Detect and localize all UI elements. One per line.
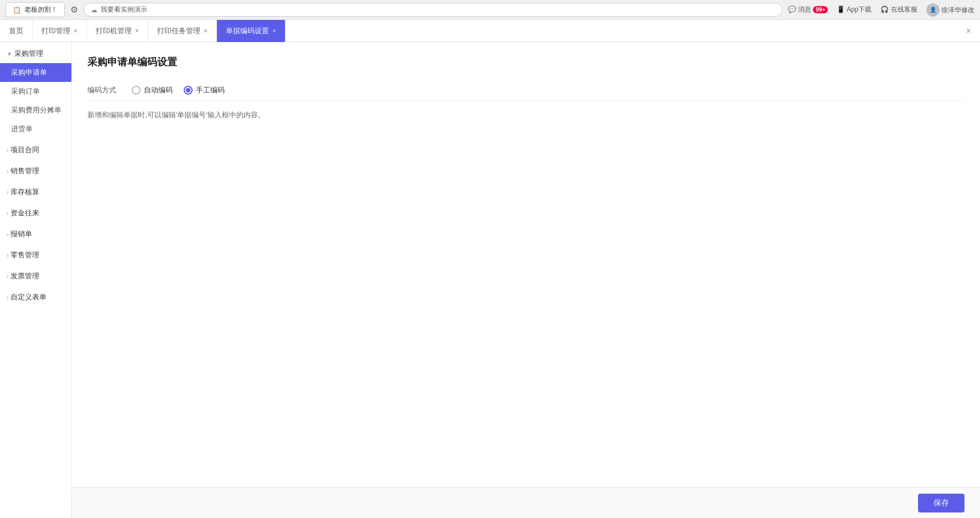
app-download-label: App下载 — [847, 6, 872, 13]
collapse-arrow-retail: › — [7, 252, 8, 258]
encoding-row: 编码方式 自动编码 手工编码 — [87, 80, 965, 101]
tab-print-task-label: 打印任务管理 — [157, 26, 200, 36]
user-menu[interactable]: 👤 徐泽华修改 — [926, 3, 974, 17]
tab-print-mgmt[interactable]: 打印管理 × — [33, 20, 87, 42]
online-support-button[interactable]: 🎧 在线客服 — [880, 5, 917, 14]
sidebar-group-invoice-label: 发票管理 — [11, 271, 39, 281]
content-footer: 保存 — [72, 487, 980, 518]
page-title: 采购申请单编码设置 — [87, 55, 965, 69]
content-body: 采购申请单编码设置 编码方式 自动编码 手工编码 新增和编辑单据时,可以编辑'单… — [72, 42, 980, 487]
tab-single-code-label: 单据编码设置 — [226, 26, 269, 36]
tab-title: 老板勿割！ — [24, 5, 58, 14]
sidebar-group-sales-label: 销售管理 — [11, 166, 39, 176]
address-bar[interactable]: ☁ 我要看实例演示 — [84, 3, 782, 17]
sidebar-group-project-title[interactable]: › 项目合同 — [0, 141, 71, 159]
sidebar-group-purchase-title[interactable]: ▼ 采购管理 — [0, 44, 71, 63]
collapse-arrow-project: › — [7, 147, 8, 153]
messages-button[interactable]: 💬 消息 99+ — [788, 5, 828, 14]
sidebar-group-capital-label: 资金往来 — [11, 208, 39, 218]
sidebar-item-purchase-order[interactable]: 采购订单 — [0, 82, 71, 101]
radio-manual-circle — [184, 86, 193, 95]
sidebar-item-purchase-expense-label: 采购费用分摊单 — [11, 106, 61, 114]
sidebar-group-project: › 项目合同 — [0, 141, 71, 159]
radio-auto-encoding[interactable]: 自动编码 — [132, 85, 173, 95]
cloud-icon: ☁ — [91, 6, 97, 14]
tab-home[interactable]: 首页 — [0, 20, 33, 42]
save-button[interactable]: 保存 — [918, 494, 965, 512]
avatar: 👤 — [926, 3, 940, 17]
sidebar-group-purchase: ▼ 采购管理 采购申请单 采购订单 采购费用分摊单 进货单 — [0, 44, 71, 138]
hint-text: 新增和编辑单据时,可以编辑'单据编号'输入框中的内容。 — [87, 110, 965, 120]
collapse-arrow-invoice: › — [7, 273, 8, 279]
sidebar-group-sales: › 销售管理 — [0, 162, 71, 180]
sidebar-group-sales-title[interactable]: › 销售管理 — [0, 162, 71, 180]
collapse-arrow-sales: › — [7, 168, 8, 174]
user-name: 徐泽华修改 — [941, 6, 974, 13]
sidebar: ▼ 采购管理 采购申请单 采购订单 采购费用分摊单 进货单 › 项目合同 — [0, 42, 72, 518]
radio-manual-encoding[interactable]: 手工编码 — [184, 85, 225, 95]
app-tabs: 首页 打印管理 × 打印机管理 × 打印任务管理 × 单据编码设置 × × — [0, 20, 980, 42]
collapse-arrow-purchase: ▼ — [7, 51, 12, 57]
sidebar-group-capital: › 资金往来 — [0, 204, 71, 222]
sidebar-item-goods-receipt-label: 进货单 — [11, 125, 33, 133]
browser-bar: 📋 老板勿割！ ⚙ ☁ 我要看实例演示 💬 消息 99+ 📱 App下载 🎧 在… — [0, 0, 980, 20]
sidebar-group-custom-forms-title[interactable]: › 自定义表单 — [0, 288, 71, 307]
radio-auto-label: 自动编码 — [144, 85, 173, 95]
sidebar-group-custom-forms-label: 自定义表单 — [11, 292, 46, 302]
sidebar-group-custom-forms: › 自定义表单 — [0, 288, 71, 307]
tab-home-label: 首页 — [9, 26, 23, 36]
close-print-mgmt[interactable]: × — [74, 27, 77, 35]
browser-right-controls: 💬 消息 99+ 📱 App下载 🎧 在线客服 👤 徐泽华修改 — [788, 3, 974, 17]
tab-printer-mgmt[interactable]: 打印机管理 × — [87, 20, 148, 42]
online-support-label: 在线客服 — [891, 6, 917, 13]
app-download-button[interactable]: 📱 App下载 — [837, 5, 872, 14]
tab-printer-mgmt-label: 打印机管理 — [96, 26, 132, 36]
tab-single-code[interactable]: 单据编码设置 × — [217, 20, 286, 42]
sidebar-group-invoice-title[interactable]: › 发票管理 — [0, 267, 71, 286]
content-area: 采购申请单编码设置 编码方式 自动编码 手工编码 新增和编辑单据时,可以编辑'单… — [72, 42, 980, 518]
sidebar-group-inventory: › 库存核算 — [0, 183, 71, 201]
sidebar-item-purchase-request[interactable]: 采购申请单 — [0, 63, 71, 82]
sidebar-item-purchase-order-label: 采购订单 — [11, 87, 40, 95]
sidebar-group-retail-label: 零售管理 — [11, 250, 39, 260]
sidebar-item-goods-receipt[interactable]: 进货单 — [0, 120, 71, 138]
sidebar-group-inventory-label: 库存核算 — [11, 187, 39, 197]
sidebar-group-returns: › 报销单 — [0, 225, 71, 244]
radio-auto-circle — [132, 86, 141, 95]
tab-print-mgmt-label: 打印管理 — [42, 26, 70, 36]
sidebar-group-retail-title[interactable]: › 零售管理 — [0, 246, 71, 265]
encoding-label: 编码方式 — [87, 85, 121, 95]
collapse-arrow-returns: › — [7, 231, 8, 237]
close-printer-mgmt[interactable]: × — [135, 27, 139, 35]
messages-label: 消息 — [798, 6, 811, 13]
sidebar-group-invoice: › 发票管理 — [0, 267, 71, 286]
sidebar-group-project-label: 项目合同 — [11, 145, 39, 155]
tab-print-task[interactable]: 打印任务管理 × — [148, 20, 217, 42]
sidebar-group-returns-title[interactable]: › 报销单 — [0, 225, 71, 244]
close-print-task[interactable]: × — [204, 27, 208, 35]
settings-icon[interactable]: ⚙ — [70, 4, 78, 15]
main-layout: ▼ 采购管理 采购申请单 采购订单 采购费用分摊单 进货单 › 项目合同 — [0, 42, 980, 518]
sidebar-group-purchase-label: 采购管理 — [14, 49, 43, 59]
messages-badge: 99+ — [813, 6, 828, 13]
browser-tab[interactable]: 📋 老板勿割！ — [6, 2, 65, 17]
tabs-close-all[interactable]: × — [957, 26, 980, 36]
collapse-arrow-inventory: › — [7, 189, 8, 195]
sidebar-item-purchase-expense[interactable]: 采购费用分摊单 — [0, 101, 71, 120]
sidebar-group-inventory-title[interactable]: › 库存核算 — [0, 183, 71, 201]
close-single-code[interactable]: × — [272, 27, 276, 35]
radio-manual-label: 手工编码 — [196, 85, 225, 95]
tab-favicon: 📋 — [13, 6, 21, 14]
sidebar-group-returns-label: 报销单 — [11, 229, 32, 239]
collapse-arrow-capital: › — [7, 210, 8, 216]
sidebar-group-retail: › 零售管理 — [0, 246, 71, 265]
address-text: 我要看实例演示 — [101, 5, 147, 14]
collapse-arrow-custom-forms: › — [7, 294, 8, 301]
sidebar-group-capital-title[interactable]: › 资金往来 — [0, 204, 71, 222]
sidebar-item-purchase-request-label: 采购申请单 — [11, 68, 47, 76]
